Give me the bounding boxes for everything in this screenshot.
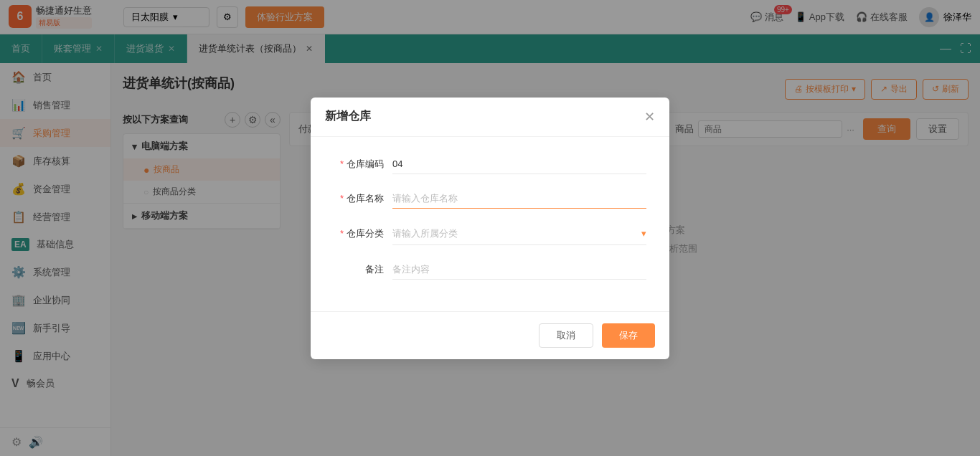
warehouse-category-label: 仓库分类 xyxy=(334,227,384,240)
modal-close-button[interactable]: ✕ xyxy=(644,109,655,125)
modal-header: 新增仓库 ✕ xyxy=(311,98,669,137)
warehouse-code-label: 仓库编码 xyxy=(334,158,384,171)
note-label: 备注 xyxy=(334,263,384,276)
category-placeholder: 请输入所属分类 xyxy=(392,227,458,240)
modal-title: 新增仓库 xyxy=(325,109,371,124)
cancel-button[interactable]: 取消 xyxy=(539,323,593,348)
warehouse-name-input[interactable] xyxy=(392,189,646,209)
chevron-down-icon: ▾ xyxy=(641,228,646,239)
modal-overlay[interactable]: 新增仓库 ✕ 仓库编码 仓库名称 仓库分类 请输入所属分类 ▾ xyxy=(0,0,980,456)
modal-footer: 取消 保存 xyxy=(311,311,669,359)
modal-body: 仓库编码 仓库名称 仓库分类 请输入所属分类 ▾ 备注 xyxy=(311,137,669,311)
warehouse-code-row: 仓库编码 xyxy=(334,154,646,174)
note-row: 备注 xyxy=(334,260,646,280)
warehouse-name-row: 仓库名称 xyxy=(334,189,646,209)
new-warehouse-modal: 新增仓库 ✕ 仓库编码 仓库名称 仓库分类 请输入所属分类 ▾ xyxy=(311,98,669,359)
warehouse-name-label: 仓库名称 xyxy=(334,192,384,205)
note-input[interactable] xyxy=(392,260,646,280)
warehouse-code-input[interactable] xyxy=(392,154,646,174)
save-button[interactable]: 保存 xyxy=(602,323,655,348)
warehouse-category-select[interactable]: 请输入所属分类 ▾ xyxy=(392,223,646,245)
warehouse-category-row: 仓库分类 请输入所属分类 ▾ xyxy=(334,223,646,245)
